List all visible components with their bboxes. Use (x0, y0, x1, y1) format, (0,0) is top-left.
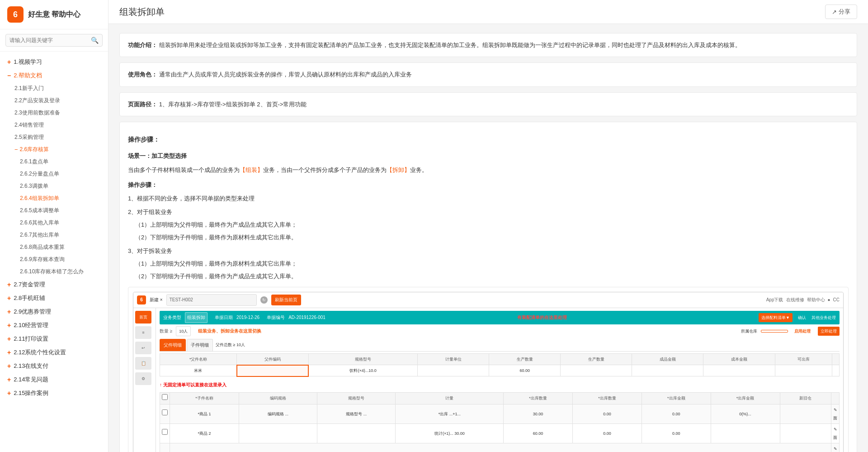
sim-logo: 6 (137, 295, 146, 305)
sim-nav-icon3[interactable]: ↩ (135, 342, 151, 354)
sidebar-cat215-label: 2.15操作案例 (14, 389, 48, 397)
expand-icon-cat214: + (7, 376, 11, 383)
sim-ctd-spec2 (317, 423, 396, 443)
sidebar-item-263[interactable]: 2.6.3调拨单 (0, 180, 108, 192)
sim-tab-child[interactable]: 子件明细 (187, 339, 213, 351)
share-button[interactable]: ↗ 分享 (825, 5, 857, 19)
sidebar-item-269[interactable]: 2.6.9库存账本查询 (0, 253, 108, 266)
sim-cth-act (831, 392, 840, 404)
sidebar-item-2610[interactable]: 2.6.10库存账本错了怎么办 (0, 266, 108, 278)
sim-ctd-check2 (160, 423, 170, 443)
top-bar: 组装拆卸单 ↗ 分享 (108, 0, 868, 24)
sim-ctd-amt1: 0.00 (642, 404, 711, 423)
main-area: 组装拆卸单 ↗ 分享 功能介绍： 组装拆卸单用来处理企业组装或拆卸等加工业务，支… (108, 0, 868, 452)
sim-child-table: *子件名称 编码规格 规格型号 计量 *出库数量 *出库数量 *出库金额 *出库… (160, 392, 840, 452)
path-label: 页面路径： (128, 101, 157, 108)
sim-td-qty2 (561, 365, 632, 376)
search-wrapper: 🔍 (5, 34, 103, 47)
logo-icon-text: 6 (13, 10, 18, 19)
sidebar-item-newbie[interactable]: 2.1新手入门 (0, 82, 108, 95)
path-box: 页面路径： 1、库存核算->库存管理->组装拆卸单 2、首页->常用功能 (119, 92, 857, 116)
sim-ctd-check1 (160, 404, 170, 423)
annotation5-container: ↑ 无固定清单可以直接在这里录入 (160, 379, 840, 390)
sidebar-item-264[interactable]: 2.6.4组装拆卸单 (0, 192, 108, 205)
expand-icon-cat212: + (7, 349, 11, 356)
sidebar-item-video-learning[interactable]: + 1.视频学习 (0, 55, 108, 69)
sidebar-item-print[interactable]: + 2.11打印设置 (0, 332, 108, 346)
sim-qty-input[interactable]: 10人 (176, 326, 191, 336)
sidebar-item-system-settings[interactable]: + 2.12系统个性化设置 (0, 346, 108, 359)
sidebar-item-266[interactable]: 2.6.6其他入库单 (0, 217, 108, 229)
intro-text: 组装拆卸单用来处理企业组装或拆卸等加工业务，支持有固定装配清单的产品加工业务，也… (159, 42, 741, 48)
sidebar-item-online-pay[interactable]: + 2.13在线支付 (0, 359, 108, 373)
sim-screenshot: 6 新建 × TEST-H002 ↻ 刷新当前页 App下载 在线维修 帮助中心… (133, 292, 844, 452)
sim-cth-outqty: 计量 (396, 392, 504, 404)
sidebar-item-help-docs[interactable]: − 2.帮助文档 (0, 69, 108, 82)
sim-annotation1: 有装配清单的在这里处理 (329, 313, 755, 322)
sim-body: 首页 ≡ ↩ 📋 ⚙ 业务类型 组装拆卸 单据日 (133, 308, 843, 452)
page-title: 组装拆卸单 (119, 6, 165, 18)
sim-td-avail1 (775, 365, 832, 376)
step3a-text: （1）上部明细为父件明细，最终作为原材料生成其它出库单； (128, 258, 849, 270)
sidebar-item-finance[interactable]: + 2.7资金管理 (0, 278, 108, 291)
sidebar-item-268[interactable]: 2.6.8商品成本重算 (0, 241, 108, 253)
sim-cth-outqty3: *出库数量 (573, 392, 642, 404)
sim-select-all[interactable] (162, 394, 168, 400)
sim-th-amt1: 成品金额 (632, 353, 703, 365)
table-row: ✎ 面 (160, 443, 840, 452)
sim-ctd-code1: 编码规格 ... (239, 404, 317, 423)
expand-icon-cat28: + (7, 295, 11, 302)
sim-tab-label: 新建 × (150, 295, 163, 305)
sim-row1-check[interactable] (162, 409, 168, 415)
sidebar-item-267[interactable]: 2.6.7其他出库单 (0, 229, 108, 241)
logo-icon: 6 (7, 6, 24, 23)
sidebar-cat213-label: 2.13在线支付 (14, 362, 48, 370)
sim-warehouse-input[interactable] (761, 330, 788, 333)
sidebar-item-mobile[interactable]: + 2.8手机旺辅 (0, 291, 108, 305)
sim-row2-check[interactable] (162, 429, 168, 435)
step2a-text: （1）上部明细为父件明细，最终作为产成品生成其它入库单； (128, 219, 849, 231)
sim-th-code: 父件编码 (237, 353, 308, 365)
steps-sub-title: 操作步骤： (128, 179, 849, 191)
sim-ctd-qty3: 60.00 (504, 423, 573, 443)
sidebar-item-262[interactable]: 2.6.2分量盘点单 (0, 168, 108, 180)
sim-td-amt2 (703, 365, 775, 376)
sidebar-item-data-prep[interactable]: 2.3使用前数据准备 (0, 107, 108, 119)
sim-select-bom-btn[interactable]: 选择配料清单▼ (759, 313, 793, 322)
expand-icon-cat213: + (7, 362, 11, 370)
sidebar-item-inventory[interactable]: − 2.6库存核算 (0, 143, 108, 156)
sidebar-item-265[interactable]: 2.6.5成本调整单 (0, 205, 108, 217)
search-input[interactable] (9, 37, 91, 43)
sim-confirm-btn[interactable]: 立即处理 (818, 327, 840, 336)
sim-form-area: 业务类型 组装拆卸 单据日期 2019-12-26 单据编号 AD-201912… (156, 308, 843, 452)
sim-ctd-qty2: 0.00 (573, 404, 642, 423)
intro-label: 功能介绍： (128, 42, 157, 48)
sidebar-cat28-label: 2.8手机旺辅 (14, 294, 45, 302)
sim-refresh-btn[interactable]: 刷新当前页 (271, 295, 301, 305)
sidebar-item-purchase[interactable]: 2.5采购管理 (0, 131, 108, 143)
sidebar-item-cases[interactable]: + 2.15操作案例 (0, 386, 108, 400)
share-label: 分享 (839, 8, 850, 16)
sim-td-code1[interactable] (237, 365, 308, 376)
sim-nav-icon4[interactable]: 📋 (135, 357, 151, 370)
search-icon[interactable]: 🔍 (91, 37, 99, 44)
sim-tab-parent[interactable]: 父件明细 (160, 339, 186, 351)
sidebar-item-install[interactable]: 2.2产品安装及登录 (0, 95, 108, 107)
sim-warehouse-label: 所属仓库 (741, 327, 757, 335)
sim-cth-outamt: *出库金额 (642, 392, 711, 404)
sim-th-action (832, 353, 840, 365)
sidebar-item-sales[interactable]: 2.4销售管理 (0, 119, 108, 131)
search-area: 🔍 (0, 29, 108, 52)
sim-th-spec: 规格型号 (308, 353, 418, 365)
sim-nav-icon2[interactable]: ≡ (135, 326, 151, 339)
sidebar-item-faq[interactable]: + 2.14常见问题 (0, 373, 108, 386)
sidebar-item-coupon[interactable]: + 2.9优惠券管理 (0, 305, 108, 319)
sidebar-item-261[interactable]: 2.6.1盘点单 (0, 156, 108, 168)
sim-ctd-act1: ✎ 面 (831, 404, 840, 423)
sim-nav-icon5[interactable]: ⚙ (135, 372, 151, 385)
sim-cth-wh: 新旧仓 (780, 392, 831, 404)
sim-top-icons: App下载 在线维修 帮助中心 ● CC (766, 295, 840, 305)
sim-nav-home[interactable]: 首页 (135, 311, 151, 324)
sidebar-item-ops[interactable]: + 2.10经营管理 (0, 319, 108, 332)
nav-tree: + 1.视频学习 − 2.帮助文档 2.1新手入门 2.2产品安装及登录 2.3… (0, 52, 108, 452)
